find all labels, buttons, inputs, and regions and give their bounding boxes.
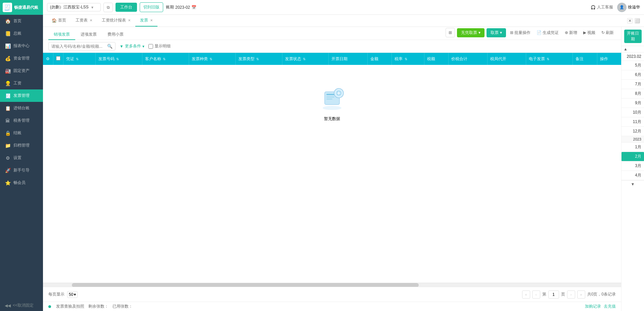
video-btn[interactable]: ▶ 视频 [581,28,597,37]
sidebar-item-funds[interactable]: 💰 资金管理 [0,52,43,65]
tab-label: 首页 [58,17,66,23]
page-number-input[interactable] [548,290,559,299]
calendar-icon[interactable]: 📅 [191,5,196,10]
tab-close-invoice[interactable]: ✕ [150,18,153,22]
date-6-item[interactable]: 6月 [622,70,644,80]
date-8-item[interactable]: 8月 [622,89,644,99]
new-btn[interactable]: ⊕ 新增 [563,28,579,37]
page-size-select[interactable]: 50 ▾ [67,291,78,298]
batch-label: 批量操作 [514,30,531,36]
sidebar-item-closing[interactable]: 🔒 结账 [0,127,43,139]
grid-view-button[interactable]: ⊞ [446,28,455,37]
sort-icon[interactable]: ⇅ [210,57,212,61]
date-9-item[interactable]: 9月 [622,99,644,108]
sort-icon[interactable]: ⇅ [256,57,259,61]
open-date-btn[interactable]: 开账日期 [624,30,642,43]
tab-salary-stats[interactable]: 工资统计报表 ✕ [97,15,135,27]
sidebar-item-ledger[interactable]: 📒 总账 [0,27,43,40]
scrollbar-thumb[interactable] [72,283,419,287]
show-detail-toggle[interactable]: 显示明细 [148,43,171,49]
date-5-item[interactable]: 5月 [622,61,644,70]
tab-label: 工资表 [76,17,88,23]
headset-icon: 🎧 [591,5,596,10]
generate-voucher-btn[interactable]: 📄 生成凭证 [535,28,561,37]
page-label: 第 [542,291,546,297]
tab-close-salary-stats[interactable]: ✕ [128,18,131,22]
date-10-item[interactable]: 10月 [622,108,644,117]
sub-tab-sales-invoice[interactable]: 销项发票 [48,30,75,40]
more-filter-button[interactable]: ▼ 更多条件 ▾ [120,43,144,49]
service-button[interactable]: 🎧 人工客服 [591,4,613,10]
archive-icon: 📁 [5,143,11,148]
sort-icon[interactable]: ⇅ [547,57,549,61]
search-box[interactable]: 🔍 [48,42,116,50]
select-all-checkbox[interactable] [56,56,60,61]
sidebar-item-invoice[interactable]: 🧾 发票管理 [0,89,43,102]
show-detail-checkbox[interactable] [148,44,153,49]
sidebar-collapse-btn[interactable]: ◀◀ <<取消固定 [0,300,43,311]
sidebar-item-home[interactable]: 🏠 首页 [0,15,43,27]
batch-btn[interactable]: ⊞ 批量操作 [508,28,533,37]
col-settings[interactable]: ⚙ [43,53,53,65]
sidebar-item-guide[interactable]: 🚀 新手引导 [0,164,43,177]
col-voucher: 凭证 ⇅ [63,53,95,65]
horizontal-scrollbar[interactable] [43,283,621,287]
tab-close-salary[interactable]: ✕ [90,18,92,22]
sidebar-item-salary[interactable]: 👷 工资 [0,77,43,89]
sidebar-item-label: 发票管理 [13,93,30,99]
date-12-item[interactable]: 12月 [622,127,644,136]
date-2023-4-item[interactable]: 4月 [622,171,644,180]
tab-home[interactable]: 🏠 首页 [47,15,71,27]
table-container: ⚙ 凭证 ⇅ 发票号码 ⇅ [43,53,621,287]
sub-tab-expense-receipt[interactable]: 费用小票 [102,30,129,40]
generate-icon: 📄 [537,30,542,35]
window-maximize-button[interactable]: ⬜ [635,18,640,24]
sidebar-item-tax[interactable]: 🏛 税务管理 [0,114,43,127]
purchase-record-link[interactable]: 加购记录 [585,304,601,309]
sidebar-item-archive[interactable]: 📁 归档管理 [0,139,43,152]
prev-page-btn[interactable]: ‹ [532,290,540,299]
company-selector[interactable]: (勿删）江西股宝-LSS ▾ [47,3,101,11]
last-page-btn[interactable]: » [577,290,585,299]
sidebar-item-sales[interactable]: 📋 进销台账 [0,102,43,114]
sort-icon[interactable]: ⇅ [405,57,407,61]
date-2023-3-item[interactable]: 3月 [622,161,644,171]
date-2023-1-item[interactable]: 1月 [622,143,644,152]
sort-icon[interactable]: ⇅ [303,57,306,61]
sort-icon[interactable]: ⇅ [116,57,119,61]
col-checkbox[interactable] [53,53,63,65]
sidebar-item-reports[interactable]: 📊 报表中心 [0,40,43,52]
search-input[interactable] [51,44,106,49]
recharge-link[interactable]: 去充值 [604,304,616,309]
tab-invoice[interactable]: 发票 ✕ [135,15,157,27]
invoice-page: 销项发票 进项发票 费用小票 ⊞ 无凭取票 ▾ [43,27,621,311]
date-11-item[interactable]: 11月 [622,117,644,127]
sidebar-item-settings[interactable]: ⚙ 设置 [0,152,43,164]
sidebar-item-assets[interactable]: 🏭 固定资产 [0,65,43,77]
no-voucher-arrow-icon: ▾ [478,30,480,35]
switch-version-button[interactable]: 切到旧版 [140,2,163,12]
date-7-item[interactable]: 7月 [622,80,644,89]
date-2023-2-item[interactable]: 2月 [622,152,644,161]
sub-tab-purchase-invoice[interactable]: 进项发票 [75,30,102,40]
first-page-btn[interactable]: « [522,290,530,299]
scroll-down-btn[interactable]: ▼ [622,180,644,188]
sort-icon[interactable]: ⇅ [76,57,79,61]
window-close-button[interactable]: ✕ [627,18,633,24]
refresh-btn[interactable]: ↻ 刷新 [599,28,616,37]
voucher-btn[interactable]: 取票 ▾ [487,28,506,37]
copy-button[interactable]: ⧉ [103,3,113,12]
tab-salary-table[interactable]: 工资表 ✕ [71,15,97,27]
sidebar-item-member[interactable]: ⭐ 畅会员 [0,177,43,189]
next-page-btn[interactable]: › [567,290,575,299]
sidebar: 🧾 畅捷通易代账 🏠 首页 📒 总账 📊 报表中心 💰 资金管理 🏭 固定资产 … [0,0,43,311]
col-invoice-no: 发票号码 ⇅ [95,53,142,65]
workbench-button[interactable]: 工作台 [116,3,137,12]
user-info[interactable]: 👤 徐溢华 [617,3,640,12]
open-date-label: 开账日期 [626,31,640,42]
no-voucher-btn[interactable]: 无凭取票 ▾ [457,28,485,37]
date-2023-02-item[interactable]: 2023.02 [622,52,644,61]
sort-icon[interactable]: ⇅ [163,57,166,61]
page-size-arrow-icon: ▾ [74,292,76,297]
scroll-up-btn[interactable]: ▲ [624,47,628,51]
